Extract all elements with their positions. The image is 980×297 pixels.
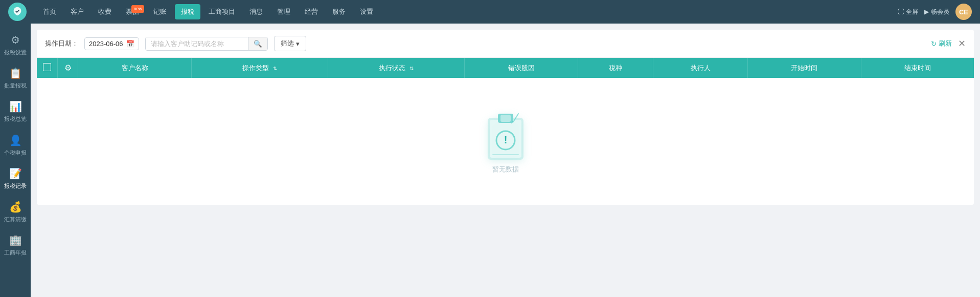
sidebar-label-报税记录: 报税记录 — [4, 183, 27, 189]
member-btn[interactable]: ▶ 畅会员 — [924, 8, 949, 16]
th-error-reason: 错误股因 — [465, 58, 578, 78]
th-operation-type: 操作类型 ⇅ — [192, 58, 328, 78]
nav-items: 首页客户收费票据new记账报税工商项目消息管理经营服务设置 — [37, 4, 898, 19]
nav-item-票据[interactable]: 票据new — [120, 4, 145, 19]
avatar[interactable]: CE — [955, 4, 972, 20]
empty-state: ! 暂无数据 — [37, 78, 974, 205]
nav-item-工商项目[interactable]: 工商项目 — [202, 4, 241, 19]
th-settings: ⚙ — [58, 58, 78, 78]
sidebar-icon-个税申报: 👤 — [8, 133, 22, 147]
sidebar-icon-汇算清缴: 💰 — [8, 200, 22, 214]
nav-item-客户[interactable]: 客户 — [64, 4, 90, 19]
fullscreen-btn[interactable]: ⛶ 全屏 — [898, 8, 918, 16]
app-logo[interactable] — [8, 3, 27, 21]
sort-icon-status: ⇅ — [409, 66, 414, 71]
date-label: 操作日期： — [45, 39, 78, 48]
nav-item-经营[interactable]: 经营 — [299, 4, 324, 19]
sort-icon-operation: ⇅ — [273, 66, 277, 71]
th-executor: 执行人 — [653, 58, 748, 78]
th-start-time: 开始时间 — [747, 58, 861, 78]
sidebar-item-个税申报[interactable]: 👤个税申报 — [0, 128, 31, 161]
table-header: ⚙ 客户名称 操作类型 ⇅ 执行状态 ⇅ 错误股因 — [37, 58, 974, 78]
select-all-checkbox[interactable] — [43, 63, 51, 71]
top-nav-right: ⛶ 全屏 ▶ 畅会员 CE — [898, 4, 972, 20]
search-button[interactable]: 🔍 — [248, 37, 267, 50]
nav-item-服务[interactable]: 服务 — [326, 4, 352, 19]
video-icon: ▶ — [924, 8, 929, 15]
sidebar-icon-批量报税: 📋 — [8, 66, 22, 80]
content-card: 操作日期： 2023-06-06 📅 🔍 筛选 ▾ ↻ 刷新 ✕ — [37, 30, 974, 205]
top-navigation: 首页客户收费票据new记账报税工商项目消息管理经营服务设置 ⛶ 全屏 ▶ 畅会员… — [0, 0, 980, 24]
svg-text:!: ! — [504, 134, 507, 145]
filter-button[interactable]: 筛选 ▾ — [274, 36, 306, 51]
refresh-button[interactable]: ↻ 刷新 — [931, 39, 952, 48]
fullscreen-icon: ⛶ — [898, 8, 904, 15]
th-client-name: 客户名称 — [78, 58, 192, 78]
sidebar-label-工商年报: 工商年报 — [4, 249, 27, 256]
sidebar-item-汇算清缴[interactable]: 💰汇算清缴 — [0, 195, 31, 228]
nav-item-首页[interactable]: 首页 — [37, 4, 62, 19]
close-button[interactable]: ✕ — [958, 39, 966, 48]
data-table: ⚙ 客户名称 操作类型 ⇅ 执行状态 ⇅ 错误股因 — [37, 58, 974, 205]
sidebar-icon-报税设置: ⚙ — [8, 33, 22, 47]
table-body: ! 暂无数据 — [37, 78, 974, 205]
member-label: 畅会员 — [931, 8, 949, 16]
date-picker[interactable]: 2023-06-06 📅 — [84, 37, 139, 50]
sidebar-item-批量报税[interactable]: 📋批量报税 — [0, 61, 31, 94]
search-input[interactable] — [146, 37, 248, 50]
svg-rect-3 — [500, 115, 511, 122]
main-content: 操作日期： 2023-06-06 📅 🔍 筛选 ▾ ↻ 刷新 ✕ — [31, 24, 980, 297]
refresh-icon: ↻ — [931, 40, 937, 48]
filter-label: 筛选 — [281, 39, 294, 48]
th-exec-status: 执行状态 ⇅ — [328, 58, 465, 78]
sidebar-label-个税申报: 个税申报 — [4, 150, 27, 156]
sidebar-label-报税总览: 报税总览 — [4, 116, 27, 122]
nav-item-消息[interactable]: 消息 — [243, 4, 269, 19]
sidebar-icon-工商年报: 🏢 — [8, 233, 22, 247]
avatar-text: CE — [959, 8, 968, 16]
sidebar-label-批量报税: 批量报税 — [4, 82, 27, 89]
nav-item-报税[interactable]: 报税 — [175, 4, 200, 19]
sidebar-label-汇算清缴: 汇算清缴 — [4, 216, 27, 223]
sidebar-item-工商年报[interactable]: 🏢工商年报 — [0, 228, 31, 261]
th-end-time: 结束时间 — [861, 58, 974, 78]
nav-item-收费[interactable]: 收费 — [92, 4, 118, 19]
nav-item-记账[interactable]: 记账 — [147, 4, 173, 19]
sidebar-icon-报税记录: 📝 — [8, 166, 22, 181]
sidebar-item-报税记录[interactable]: 📝报税记录 — [0, 161, 31, 195]
nav-badge: new — [131, 5, 144, 13]
calendar-icon: 📅 — [126, 40, 134, 48]
sidebar-item-报税总览[interactable]: 📊报税总览 — [0, 94, 31, 128]
sidebar: ⚙报税设置📋批量报税📊报税总览👤个税申报📝报税记录💰汇算清缴🏢工商年报 — [0, 24, 31, 297]
sidebar-item-报税设置[interactable]: ⚙报税设置 — [0, 28, 31, 61]
empty-illustration: ! — [483, 109, 529, 165]
search-wrap: 🔍 — [145, 37, 268, 51]
th-tax-type: 税种 — [578, 58, 653, 78]
nav-item-管理[interactable]: 管理 — [271, 4, 297, 19]
sidebar-label-报税设置: 报税设置 — [4, 49, 27, 56]
nav-item-设置[interactable]: 设置 — [354, 4, 379, 19]
date-value: 2023-06-06 — [89, 40, 123, 48]
sidebar-icon-报税总览: 📊 — [8, 99, 22, 114]
th-checkbox — [37, 58, 58, 78]
empty-text: 暂无数据 — [492, 165, 519, 174]
column-settings-icon[interactable]: ⚙ — [64, 63, 72, 72]
fullscreen-label: 全屏 — [906, 8, 918, 16]
refresh-label: 刷新 — [939, 39, 952, 48]
chevron-down-icon: ▾ — [296, 40, 300, 48]
toolbar: 操作日期： 2023-06-06 📅 🔍 筛选 ▾ ↻ 刷新 ✕ — [37, 30, 974, 58]
